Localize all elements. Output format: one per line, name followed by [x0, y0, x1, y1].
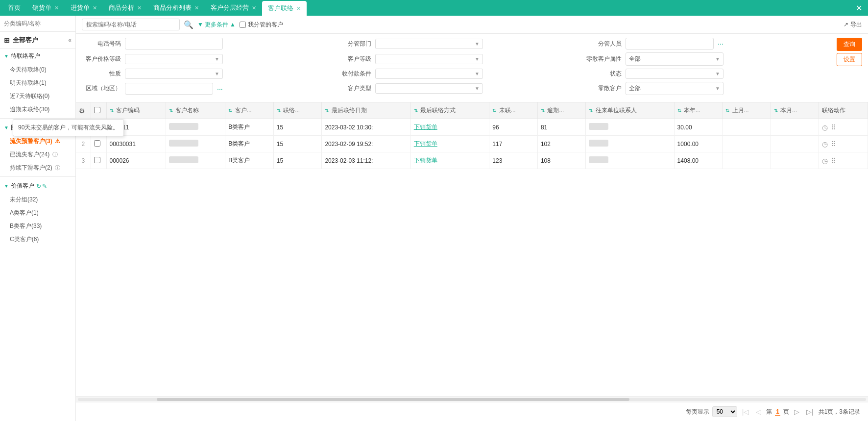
sidebar-item-already-churn[interactable]: 已流失客户(24) ⓘ	[0, 148, 75, 161]
tab-product-list[interactable]: 商品分析列表 ✕	[147, 0, 205, 16]
filter-group-nature: 性质 ▼	[82, 69, 328, 79]
sidebar-item-class-c[interactable]: C类客户(6)	[0, 233, 75, 246]
window-close-button[interactable]: ✕	[852, 3, 866, 13]
query-button[interactable]: 查询	[837, 38, 862, 51]
sidebar-item-tomorrow[interactable]: 明天待联络(1)	[0, 76, 75, 90]
filter-row-1: 电话号码 分管部门 ▼ 分管人员	[82, 38, 829, 50]
person-label: 分管人员	[582, 40, 622, 48]
row-checkbox-1[interactable]	[94, 140, 100, 147]
select-all-checkbox[interactable]	[94, 107, 100, 113]
price-grade-select[interactable]: ▼	[125, 54, 223, 64]
th-this-year: ⇅ 本年...	[674, 102, 723, 119]
more-action-icon-1[interactable]: ⠿	[831, 140, 836, 148]
person-dots-btn[interactable]: ···	[718, 40, 723, 48]
contact-action-icon-2[interactable]: ◷	[822, 157, 828, 165]
info-icon-2: ⓘ	[55, 165, 60, 171]
tab-home[interactable]: 首页	[2, 0, 26, 16]
td-overdue-0: 81	[537, 119, 586, 136]
sidebar-collapse-icon[interactable]: «	[68, 37, 72, 44]
sidebar-item-overdue[interactable]: 逾期未联络(30)	[0, 103, 75, 116]
contact-action-icon-0[interactable]: ◷	[822, 124, 828, 131]
contact-action-icon-1[interactable]: ◷	[822, 140, 828, 148]
scatter-prop-select[interactable]: 全部 ▼	[626, 52, 723, 66]
th-no-contact: ⇅ 未联...	[489, 102, 538, 119]
nature-select[interactable]: ▼	[125, 69, 223, 79]
edit-icon[interactable]: ✎	[42, 183, 47, 190]
tab-customer-contact-close[interactable]: ✕	[296, 5, 301, 12]
sidebar-item-week[interactable]: 近7天待联络(0)	[0, 90, 75, 103]
contact-method-link-2[interactable]: 下销货单	[414, 157, 437, 164]
customer-grade-select[interactable]: ▼	[375, 54, 483, 64]
row-checkbox-2[interactable]	[94, 157, 100, 163]
more-action-icon-2[interactable]: ⠿	[831, 157, 836, 165]
tab-purchase-close[interactable]: ✕	[93, 5, 97, 11]
filter-search-input[interactable]	[82, 19, 180, 30]
region-dots-btn[interactable]: ···	[217, 85, 223, 93]
sidebar-item-churn-warning[interactable]: 流失预警客户(3) ⚠	[0, 135, 75, 148]
status-select[interactable]: ▼	[626, 69, 723, 79]
filter-search-button[interactable]: 🔍	[184, 20, 193, 29]
page-label: 第	[766, 408, 772, 416]
tab-customer-segment[interactable]: 客户分层经营 ✕	[205, 0, 262, 16]
td-type-2: B类客户	[225, 152, 274, 169]
person-input[interactable]	[626, 38, 714, 50]
tab-customer-contact[interactable]: 客户联络 ✕	[262, 1, 307, 16]
settings-button[interactable]: 设置	[837, 53, 862, 66]
contact-method-link-1[interactable]: 下销货单	[414, 140, 437, 147]
first-page-button[interactable]: |◁	[740, 407, 751, 417]
my-customers-checkbox-area: 我分管的客户	[240, 21, 283, 29]
sidebar-item-class-b[interactable]: B类客户(33)	[0, 220, 75, 233]
tab-customer-segment-close[interactable]: ✕	[252, 5, 256, 11]
last-page-button[interactable]: ▷|	[804, 407, 816, 417]
horizontal-scrollbar[interactable]	[76, 396, 868, 402]
phone-input[interactable]	[125, 38, 223, 50]
td-code-1: 00030031	[106, 136, 166, 152]
customer-grade-label: 客户等级	[332, 55, 371, 63]
per-page-select[interactable]: 50 100 200	[712, 406, 737, 417]
dept-select[interactable]: ▼	[375, 39, 483, 49]
scatter-customer-select[interactable]: 全部 ▼	[626, 82, 723, 95]
td-name-0	[166, 119, 225, 136]
more-action-icon-0[interactable]: ⠿	[831, 124, 836, 131]
sidebar-item-churn-down[interactable]: 持续下滑客户(2) ⓘ	[0, 161, 75, 174]
prev-page-button[interactable]: ◁	[754, 407, 763, 417]
table-row: 2 00030031 B类客户 15 2023-02-09 19:52: 下销货…	[76, 136, 868, 152]
tab-purchase[interactable]: 进货单 ✕	[65, 0, 103, 16]
sidebar-item-today[interactable]: 今天待联络(0)	[0, 63, 75, 76]
filter-group-status: 状态 ▼	[582, 69, 829, 79]
tab-product-analysis[interactable]: 商品分析 ✕	[103, 0, 147, 16]
scrollbar-thumb[interactable]	[157, 398, 629, 401]
td-method-1: 下销货单	[410, 136, 489, 152]
sidebar-group-pending-contact[interactable]: ▼ 待联络客户	[0, 49, 75, 63]
sidebar-item-unsegmented[interactable]: 未分组(32)	[0, 193, 75, 206]
td-year-1: 1000.00	[674, 136, 723, 152]
filter-more-conditions-button[interactable]: ▼ 更多条件 ▲	[197, 21, 236, 29]
sort-icon-company: ⇅	[589, 108, 593, 113]
contact-method-link-0[interactable]: 下销货单	[414, 124, 437, 130]
tab-product-analysis-close[interactable]: ✕	[137, 5, 142, 11]
sidebar-search-input[interactable]	[4, 20, 76, 27]
filter-bar: 🔍 ▼ 更多条件 ▲ 我分管的客户 ↗ 导出	[76, 16, 868, 34]
td-lastmonth-2	[723, 152, 771, 169]
customer-type-select[interactable]: ▼	[375, 83, 483, 94]
sidebar-group-value[interactable]: ▼ 价值客户 ↻ ✎	[0, 179, 75, 193]
refresh-icon[interactable]: ↻	[36, 183, 41, 190]
tab-sales[interactable]: 销货单 ✕	[26, 0, 65, 16]
my-customers-checkbox[interactable]	[240, 22, 246, 28]
region-input[interactable]	[125, 83, 213, 95]
next-page-button[interactable]: ▷	[792, 407, 801, 417]
sort-icon-year: ⇅	[677, 108, 681, 113]
blurred-company-1	[589, 140, 608, 147]
data-table-wrapper: ⚙ ⇅ 客户编码 ⇅ 客户名称	[76, 102, 868, 396]
tab-product-list-close[interactable]: ✕	[194, 5, 199, 11]
td-date-2: 2023-02-03 11:12:	[322, 152, 410, 169]
export-button[interactable]: ↗ 导出	[844, 21, 862, 29]
tab-sales-close[interactable]: ✕	[54, 5, 59, 11]
td-checkbox-2	[91, 152, 106, 169]
sidebar-item-class-a[interactable]: A类客户(1)	[0, 206, 75, 220]
payment-select[interactable]: ▼	[375, 69, 483, 79]
sidebar-all-customers[interactable]: ⊞ 全部客户 «	[0, 32, 75, 49]
blurred-name-2	[169, 156, 198, 163]
td-action-1: ◷ ⠿	[819, 136, 868, 152]
settings-column-icon[interactable]: ⚙	[79, 107, 85, 115]
